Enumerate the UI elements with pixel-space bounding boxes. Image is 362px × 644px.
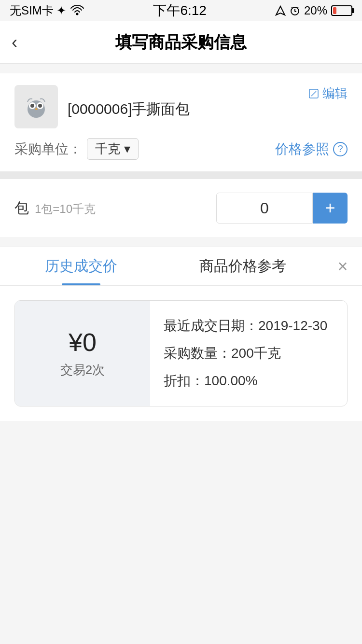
transaction-card: ¥0 交易2次 最近成交日期：2019-12-30 采购数量：200千克 折扣：… — [14, 300, 348, 406]
quantity-input-area: + — [216, 193, 348, 224]
recent-date-line: 最近成交日期：2019-12-30 — [164, 316, 334, 335]
product-left: [0000006]手撕面包 — [14, 85, 190, 128]
help-icon: ? — [333, 142, 348, 156]
edit-icon — [308, 88, 320, 99]
status-right: 20% — [275, 4, 352, 17]
trade-count: 交易2次 — [60, 362, 105, 378]
status-left: 无SIM卡 ✦ — [10, 3, 84, 18]
location-icon — [275, 5, 286, 16]
unit-selector: 采购单位： 千克 ▾ — [14, 138, 139, 160]
tab-product-price[interactable]: 商品价格参考 — [162, 247, 323, 285]
close-panel-button[interactable]: × — [323, 256, 362, 277]
main-content: [0000006]手撕面包 编辑 采购单位： 千克 ▾ 价格参照 — [0, 73, 362, 421]
product-unit-row: 采购单位： 千克 ▾ 价格参照 ? — [14, 138, 348, 160]
dropdown-arrow-icon: ▾ — [124, 141, 130, 156]
transaction-details: 最近成交日期：2019-12-30 采购数量：200千克 折扣：100.00% — [150, 301, 347, 406]
carrier-text: 无SIM卡 ✦ — [10, 3, 66, 18]
svg-marker-1 — [276, 6, 285, 15]
quantity-left: 包 1包=10千克 — [14, 198, 96, 218]
unit-label: 采购单位： — [14, 140, 82, 158]
quantity-plus-button[interactable]: + — [313, 193, 348, 224]
status-time: 下午6:12 — [153, 1, 207, 20]
bottom-panel: 历史成交价 商品价格参考 × ¥0 交易2次 最近成交日期：2019-12-30 — [0, 247, 362, 421]
tab-active-indicator — [62, 283, 100, 285]
svg-line-14 — [311, 91, 316, 96]
discount-line: 折扣：100.00% — [164, 371, 334, 390]
wifi-icon — [70, 5, 84, 16]
tabs-row: 历史成交价 商品价格参考 × — [0, 247, 362, 286]
product-header: [0000006]手撕面包 编辑 — [14, 85, 348, 128]
product-card: [0000006]手撕面包 编辑 采购单位： 千克 ▾ 价格参照 — [0, 73, 362, 171]
quantity-unit: 包 — [14, 198, 29, 218]
quantity-input[interactable] — [216, 193, 313, 224]
battery-icon — [331, 5, 352, 16]
quantity-conversion: 1包=10千克 — [35, 201, 96, 217]
quantity-row: 包 1包=10千克 + — [0, 179, 362, 237]
battery-text: 20% — [304, 4, 327, 17]
product-image — [14, 85, 58, 128]
status-bar: 无SIM卡 ✦ 下午6:12 20% — [0, 0, 362, 21]
price-reference-button[interactable]: 价格参照 ? — [275, 140, 348, 158]
alarm-icon — [290, 5, 300, 16]
transaction-price-block: ¥0 交易2次 — [15, 301, 150, 406]
svg-point-0 — [76, 13, 79, 15]
svg-point-10 — [30, 104, 34, 108]
tab-history-price[interactable]: 历史成交价 — [0, 247, 162, 285]
transaction-price: ¥0 — [69, 328, 97, 357]
edit-button[interactable]: 编辑 — [308, 85, 348, 102]
product-logo — [22, 92, 51, 121]
unit-select-dropdown[interactable]: 千克 ▾ — [87, 138, 139, 160]
back-button[interactable]: ‹ — [12, 32, 17, 53]
product-name: [0000006]手撕面包 — [68, 95, 190, 119]
svg-point-11 — [38, 104, 42, 108]
transaction-section: ¥0 交易2次 最近成交日期：2019-12-30 采购数量：200千克 折扣：… — [0, 286, 362, 421]
page-title: 填写商品采购信息 — [115, 31, 247, 54]
nav-bar: ‹ 填写商品采购信息 — [0, 21, 362, 64]
purchase-qty-line: 采购数量：200千克 — [164, 344, 334, 363]
section-divider — [0, 171, 362, 179]
